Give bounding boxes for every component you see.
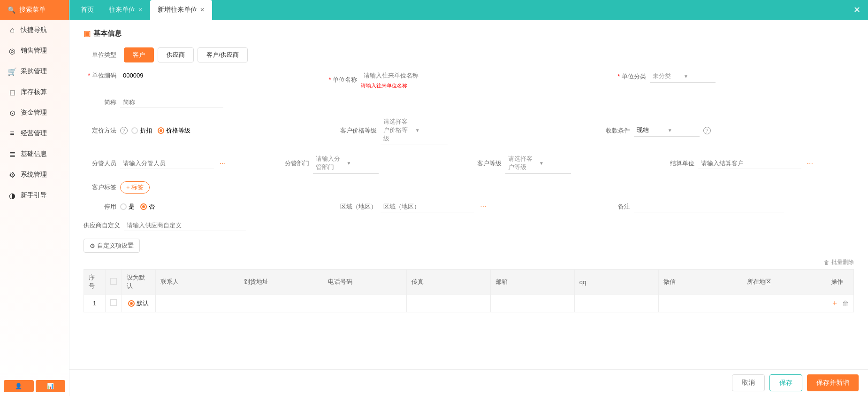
supplier-custom-field: 供应商自定义 xyxy=(84,220,854,231)
sidebar-item-sales[interactable]: ◎ 销售管理 xyxy=(0,40,69,61)
sidebar-label-finance: 资金管理 xyxy=(21,109,47,117)
custom-settings-label: 自定义项设置 xyxy=(97,241,134,250)
tab-partners-close[interactable]: ✕ xyxy=(138,7,143,13)
region-input2[interactable] xyxy=(747,300,821,307)
qq-input[interactable] xyxy=(579,300,654,307)
custom-settings-btn[interactable]: ⚙ 自定义项设置 xyxy=(84,239,140,253)
customer-level-placeholder: 请选择客户等级 xyxy=(508,155,537,171)
sidebar-item-finance[interactable]: ⊙ 资金管理 xyxy=(0,102,69,123)
sales-icon: ◎ xyxy=(8,46,17,55)
save-button[interactable]: 保存 xyxy=(769,374,802,391)
dept-select[interactable]: 请输入分管部门 ▼ xyxy=(313,153,379,174)
customer-tag-btn[interactable]: + 标签 xyxy=(120,181,150,194)
unit-code-input[interactable] xyxy=(120,70,214,81)
section-title: ▣ 基本信息 xyxy=(84,29,854,38)
sidebar: 🔍 搜索菜单 ⌂ 快捷导航 ◎ 销售管理 🛒 采购管理 ◻ 库存核算 ⊙ 资金管… xyxy=(0,0,69,396)
save-new-button[interactable]: 保存并新增 xyxy=(807,374,859,391)
table-row: 1 默认 xyxy=(84,295,854,312)
disabled-field: 停用 是 否 xyxy=(84,202,340,211)
phone-input[interactable] xyxy=(328,300,402,307)
tab-home[interactable]: 首页 xyxy=(73,0,101,20)
unit-name-input[interactable] xyxy=(361,70,464,81)
pricing-radio-price-level[interactable]: 价格等级 xyxy=(158,126,190,135)
disabled-radio-yes[interactable]: 是 xyxy=(120,202,135,211)
row-wechat[interactable] xyxy=(658,295,742,312)
sidebar-bottom-btn1[interactable]: 👤 xyxy=(4,380,34,392)
type-btn-both[interactable]: 客户/供应商 xyxy=(198,47,248,62)
address-input[interactable] xyxy=(244,300,318,307)
sidebar-search[interactable]: 🔍 搜索菜单 xyxy=(0,0,69,20)
row-checkbox[interactable] xyxy=(110,299,117,306)
region-more-btn[interactable]: ··· xyxy=(478,202,488,211)
settlement-unit-input[interactable] xyxy=(698,158,801,169)
row-default-radio[interactable]: 默认 xyxy=(127,299,150,308)
sidebar-item-system[interactable]: ⚙ 系统管理 xyxy=(0,164,69,185)
payment-terms-help-icon[interactable]: ? xyxy=(703,127,711,134)
row-del-btn[interactable]: 🗑 xyxy=(842,300,849,307)
row-qq[interactable] xyxy=(574,295,658,312)
settlement-unit-more-btn[interactable]: ··· xyxy=(805,159,815,168)
default-label: 默认 xyxy=(137,299,149,308)
type-btn-customer[interactable]: 客户 xyxy=(124,47,154,62)
tab-partners[interactable]: 往来单位 ✕ xyxy=(101,0,150,20)
row-add-btn[interactable]: ＋ xyxy=(831,298,838,308)
row-address[interactable] xyxy=(239,295,323,312)
col-default: 设为默认 xyxy=(122,270,155,295)
row-fax[interactable] xyxy=(407,295,491,312)
header-checkbox[interactable] xyxy=(110,278,117,285)
short-name-label: 简称 xyxy=(84,98,116,107)
short-name-input[interactable] xyxy=(120,97,223,108)
cancel-button[interactable]: 取消 xyxy=(732,374,765,391)
customer-tag-field: 客户标签 + 标签 xyxy=(84,181,854,194)
customer-level-select[interactable]: 请选择客户等级 ▼ xyxy=(505,153,571,174)
tab-close-all[interactable]: ✕ xyxy=(850,5,864,15)
fax-input[interactable] xyxy=(411,300,486,307)
col-qq: qq xyxy=(574,270,658,295)
unit-type-field: 单位类型 客户 供应商 客户/供应商 xyxy=(84,47,854,62)
batch-delete[interactable]: 🗑 批量删除 xyxy=(84,258,854,266)
sidebar-item-basic[interactable]: ≣ 基础信息 xyxy=(0,144,69,164)
row-default-cell: 默认 xyxy=(122,295,155,312)
remark-input[interactable] xyxy=(634,201,784,212)
finance-icon: ⊙ xyxy=(8,108,17,117)
unit-category-select[interactable]: 未分类 ▼ xyxy=(650,70,716,83)
sidebar-item-quick-nav[interactable]: ⌂ 快捷导航 xyxy=(0,20,69,40)
region-input[interactable] xyxy=(381,201,474,212)
remark-field: 备注 xyxy=(597,201,854,212)
email-input[interactable] xyxy=(495,300,570,307)
pricing-help-icon[interactable]: ? xyxy=(120,127,128,134)
sidebar-item-operation[interactable]: ≡ 经营管理 xyxy=(0,123,69,144)
short-name-row: 简称 xyxy=(84,97,854,108)
row-region[interactable] xyxy=(742,295,826,312)
yes-label: 是 xyxy=(129,202,135,211)
disabled-radio-no[interactable]: 否 xyxy=(140,202,155,211)
sidebar-item-inventory[interactable]: ◻ 库存核算 xyxy=(0,82,69,102)
customer-price-level-field: 客户价格等级 请选择客户价格等级 ▼ xyxy=(340,116,597,145)
default-radio-circle xyxy=(128,300,135,307)
no-radio-circle xyxy=(140,203,147,210)
row-contact[interactable] xyxy=(155,295,239,312)
row-email[interactable] xyxy=(491,295,575,312)
unit-name-error: 请输入往来单位名称 xyxy=(361,82,464,89)
payment-terms-select[interactable]: 现结 ▼ xyxy=(634,124,700,137)
tab-new-partner[interactable]: 新增往来单位 ✕ xyxy=(150,0,212,20)
supplier-custom-input[interactable] xyxy=(124,220,246,231)
disabled-label: 停用 xyxy=(84,202,116,211)
sidebar-item-purchase[interactable]: 🛒 采购管理 xyxy=(0,61,69,82)
sidebar-bottom-btn2[interactable]: 📊 xyxy=(36,380,66,392)
pricing-method-field: 定价方法 ? 折扣 价格等级 xyxy=(84,126,340,135)
type-btn-supplier[interactable]: 供应商 xyxy=(158,47,194,62)
supervisor-more-btn[interactable]: ··· xyxy=(218,159,228,168)
wechat-input[interactable] xyxy=(663,300,738,307)
unit-category-label: 单位分类 xyxy=(613,72,646,81)
contact-input[interactable] xyxy=(160,300,235,307)
col-action: 操作 xyxy=(826,270,853,295)
supervisor-input[interactable] xyxy=(120,158,214,169)
tab-new-partner-close[interactable]: ✕ xyxy=(200,7,205,13)
customer-price-level-select[interactable]: 请选择客户价格等级 ▼ xyxy=(381,116,448,145)
sidebar-item-newbie[interactable]: ◑ 新手引导 xyxy=(0,185,69,206)
pricing-radio-discount[interactable]: 折扣 xyxy=(131,126,152,135)
sidebar-search-label: 搜索菜单 xyxy=(19,6,46,14)
row-phone[interactable] xyxy=(323,295,407,312)
col-seq: 序号 xyxy=(84,270,106,295)
